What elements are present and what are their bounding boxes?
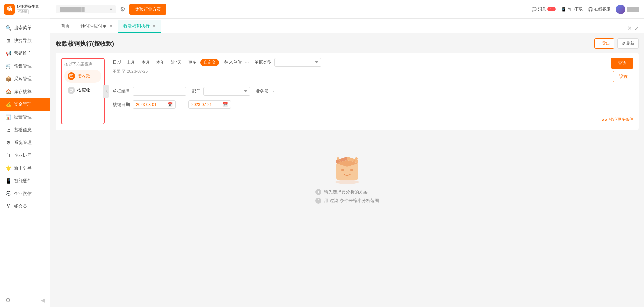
calendar-start-icon[interactable]: 📅 <box>167 102 173 107</box>
tab-prepay[interactable]: 预付冲应付单 ✕ <box>75 20 118 33</box>
calendar-end-icon[interactable]: 📅 <box>223 102 228 107</box>
tab-receipt-writeoff-close[interactable]: ✕ <box>152 24 156 29</box>
date-more[interactable]: 更多 <box>185 59 199 66</box>
tab-home[interactable]: 首页 <box>56 20 75 33</box>
counterpart-dots[interactable]: ··· <box>245 59 249 65</box>
svg-point-14 <box>337 157 339 160</box>
sidebar: 畅 畅捷通好生意 标准版 🔍 搜索菜单 ⊞ 快捷导航 📢 营销推广 🛒 销售管理… <box>0 0 50 307</box>
sidebar-item-finance[interactable]: 💰 资金管理 <box>0 98 50 111</box>
sidebar-collapse-btn[interactable]: ◀ <box>41 297 45 303</box>
sidebar-item-label: 采购管理 <box>14 76 32 82</box>
date-last-month[interactable]: 上月 <box>124 59 138 66</box>
counterpart-field: 往来单位 ··· <box>224 59 249 65</box>
app-name: 畅捷通好生意 <box>17 4 39 9</box>
tab-close-all-icon[interactable]: ✕ <box>627 25 632 31</box>
date-label: 日期 <box>113 59 121 65</box>
main-area: ████████ ▾ ⚙ 休验行业方案 💬 消息 99+ 📱 App下载 🎧 在… <box>50 0 644 307</box>
filter-row-date: 日期 上月 本月 本年 近7天 更多 自定义 <box>113 58 321 67</box>
sidebar-item-label: 搜索菜单 <box>14 25 32 31</box>
sidebar-item-label: 销售管理 <box>14 63 32 69</box>
user-area[interactable]: ████ <box>616 5 639 14</box>
sidebar-item-label: 营销推广 <box>14 50 32 56</box>
writeoff-date-start-input[interactable] <box>136 102 166 107</box>
staff-field: 业务员 ··· <box>256 88 276 94</box>
date-custom[interactable]: 自定义 <box>200 59 219 66</box>
company-name: ████████ <box>60 7 110 12</box>
sidebar-item-label: 新手引导 <box>14 165 32 171</box>
company-selector[interactable]: ████████ ▾ <box>56 5 116 13</box>
sidebar-item-weixin[interactable]: 💬 企业微信 <box>0 187 50 200</box>
finance-icon: 💰 <box>5 101 11 107</box>
export-button[interactable]: ↑ 导出 <box>594 38 614 49</box>
sidebar-item-enterprise[interactable]: 🗒 企业协同 <box>0 149 50 162</box>
empty-state: 1 请先选择要分析的方案 2 用[过滤]条件来缩小分析范围 <box>56 130 639 224</box>
date-7days[interactable]: 近7天 <box>168 59 184 66</box>
sidebar-bottom: ⚙ ◀ <box>0 293 50 307</box>
refresh-button[interactable]: ↺ 刷新 <box>617 38 639 49</box>
voucher-no-input[interactable] <box>133 87 186 96</box>
svg-point-11 <box>341 169 344 171</box>
sidebar-item-member[interactable]: V 畅会员 <box>0 200 50 213</box>
settings-icon[interactable]: ⚙ <box>120 6 125 13</box>
filter-option-by-receivable[interactable]: 按应收 <box>64 84 101 97</box>
tab-expand-icon[interactable]: ⤢ <box>634 25 639 31</box>
sidebar-item-label: 畅会员 <box>14 203 27 209</box>
settings-button[interactable]: 设置 <box>613 71 633 82</box>
sidebar-item-label: 资金管理 <box>14 101 32 107</box>
svg-point-16 <box>355 157 358 160</box>
more-conditions-button[interactable]: ∧∧ 收起更多条件 <box>113 115 633 124</box>
voucher-type-select[interactable] <box>274 58 321 67</box>
sidebar-item-inventory[interactable]: 🏠 库存核算 <box>0 85 50 98</box>
sidebar-item-guide[interactable]: 🌟 新手引导 <box>0 162 50 174</box>
more-conditions-label: 收起更多条件 <box>609 117 633 122</box>
message-badge: 99+ <box>547 7 556 11</box>
by-receivable-label: 按应收 <box>77 87 90 93</box>
empty-tip-1: 1 请先选择要分析的方案 <box>315 189 379 195</box>
writeoff-date-end-input[interactable] <box>191 102 221 107</box>
sidebar-settings-btn[interactable]: ⚙ <box>5 296 11 304</box>
filter-row-2: 单据编号 部门 业务员 ··· <box>113 87 633 96</box>
date-this-year[interactable]: 本年 <box>154 59 167 66</box>
online-service-area[interactable]: 🎧 在线客服 <box>588 6 610 12</box>
tab-bar: 首页 预付冲应付单 ✕ 收款核销执行 ✕ ✕ ⤢ <box>50 19 644 33</box>
search-menu-icon: 🔍 <box>5 25 11 31</box>
sidebar-item-operations[interactable]: 📊 经营管理 <box>0 111 50 123</box>
sidebar-item-hardware[interactable]: 📱 智能硬件 <box>0 174 50 187</box>
collapse-arrows-icon: ∧∧ <box>602 117 608 122</box>
tab-bar-controls: ✕ ⤢ <box>627 25 639 33</box>
tab-receipt-writeoff[interactable]: 收款核销执行 ✕ <box>118 20 161 33</box>
date-this-month[interactable]: 本月 <box>139 59 152 66</box>
sidebar-item-marketing[interactable]: 📢 营销推广 <box>0 47 50 60</box>
filter-sidebar: 按以下方案查询 按收款 按应收 《 <box>61 58 105 124</box>
voucher-no-field: 单据编号 <box>113 87 186 96</box>
dept-select[interactable] <box>203 87 250 96</box>
sidebar-item-sales[interactable]: 🛒 销售管理 <box>0 60 50 72</box>
sidebar-item-system[interactable]: ⚙ 系统管理 <box>0 136 50 149</box>
chevron-down-icon[interactable]: ▾ <box>110 7 112 12</box>
tab-prepay-close[interactable]: ✕ <box>109 24 113 29</box>
refresh-icon: ↺ <box>622 41 625 46</box>
app-icon: 📱 <box>561 7 566 12</box>
sidebar-item-label: 快捷导航 <box>14 38 32 44</box>
filter-collapse-button[interactable]: 《 <box>103 85 109 98</box>
operations-icon: 📊 <box>5 114 11 120</box>
header-left: ████████ ▾ ⚙ 休验行业方案 <box>56 4 166 15</box>
message-area[interactable]: 💬 消息 99+ <box>532 6 556 12</box>
filter-option-by-receipt[interactable]: 按收款 <box>64 70 101 83</box>
tip-text-1: 请先选择要分析的方案 <box>324 189 368 195</box>
sidebar-item-search-menu[interactable]: 🔍 搜索菜单 <box>0 21 50 34</box>
sidebar-item-label: 基础信息 <box>14 127 32 133</box>
svg-point-6 <box>335 180 359 184</box>
staff-dots[interactable]: ··· <box>271 88 276 94</box>
marketing-icon: 📢 <box>5 50 11 56</box>
sidebar-item-purchase[interactable]: 📦 采购管理 <box>0 72 50 85</box>
query-button[interactable]: 查询 <box>611 58 633 69</box>
sidebar-item-basic-info[interactable]: 🗂 基础信息 <box>0 123 50 136</box>
sidebar-item-label: 企业微信 <box>14 191 32 197</box>
tab-prepay-label: 预付冲应付单 <box>80 23 107 29</box>
sidebar-item-quick-nav[interactable]: ⊞ 快捷导航 <box>0 34 50 47</box>
industry-solution-button[interactable]: 休验行业方案 <box>129 4 166 15</box>
app-download-area[interactable]: 📱 App下载 <box>561 6 583 12</box>
basic-info-icon: 🗂 <box>5 127 11 133</box>
sidebar-item-label: 库存核算 <box>14 89 32 95</box>
